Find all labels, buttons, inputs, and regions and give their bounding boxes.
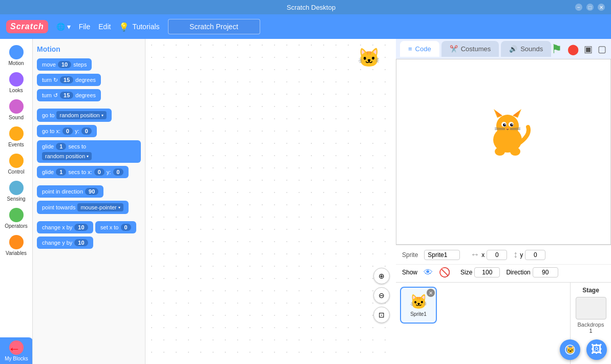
sprite-label: Sprite [402, 251, 418, 259]
tab-group: ≡ Code ✂️ Costumes 🔊 Sounds [400, 41, 551, 57]
file-menu[interactable]: File [79, 23, 91, 31]
events-label: Events [8, 142, 24, 147]
svg-point-8 [503, 123, 506, 126]
svg-text:🐱: 🐱 [566, 346, 575, 354]
stop-button[interactable]: ⬤ [567, 43, 579, 55]
sprite-thumb-icon: 🐱 [410, 293, 428, 310]
show-visible-button[interactable]: 👁 [424, 267, 433, 278]
sidebar-item-sensing[interactable]: Sensing [2, 179, 31, 204]
main-layout: Motion Looks Sound Events Control Sensin… [0, 39, 611, 364]
sprite-name-input[interactable] [424, 250, 460, 260]
zoom-in-button[interactable]: ⊕ [373, 268, 390, 284]
x-coord-field: ↔ x [470, 249, 507, 260]
sidebar-item-motion[interactable]: Motion [2, 43, 31, 68]
stage-panel-title: Stage [582, 287, 599, 294]
block-move-steps[interactable]: move 10 steps [37, 58, 92, 71]
tab-code[interactable]: ≡ Code [400, 41, 439, 57]
sidebar-item-looks[interactable]: Looks [2, 70, 31, 95]
tutorials-button[interactable]: 💡 Tutorials [119, 22, 159, 32]
size-label: Size [460, 269, 472, 276]
show-hidden-button[interactable]: 🚫 [439, 267, 450, 278]
stage-header-right: ⚑ ⬤ ▣ ▢ ⛶ [551, 42, 611, 56]
stage-large-button[interactable]: ▢ [598, 44, 606, 55]
block-turn-left[interactable]: turn ↺ 15 degrees [37, 89, 101, 101]
stage-small-button[interactable]: ▣ [584, 44, 593, 55]
block-change-y[interactable]: change y by 10 [37, 237, 93, 249]
block-change-x[interactable]: change x by 10 [37, 221, 93, 233]
sidebar-item-events[interactable]: Events [2, 124, 31, 149]
sprite-info-bar: Sprite ↔ x ↕ y [396, 245, 611, 264]
close-button[interactable]: ✕ [598, 4, 605, 11]
variables-label: Variables [6, 250, 27, 256]
size-field: Size [460, 267, 500, 277]
block-glide-xy[interactable]: glide 1 secs to x: 0 y: 0 [37, 166, 129, 178]
motion-label: Motion [8, 60, 24, 66]
code-tab-label: Code [415, 45, 431, 53]
sounds-tab-label: Sounds [520, 45, 543, 53]
fit-button[interactable]: ⊡ [373, 307, 390, 323]
titlebar-controls: − □ ✕ [575, 4, 605, 11]
stage-section: ≡ Code ✂️ Costumes 🔊 Sounds ⚑ ⬤ ▣ ▢ ⛶ [396, 39, 611, 364]
operators-dot [9, 208, 24, 222]
add-sprite-button[interactable]: 🐱 [560, 339, 580, 360]
events-dot [9, 126, 24, 141]
script-area[interactable]: 🐱 ⊕ ⊖ ⊡ [145, 39, 396, 364]
sound-dot [9, 99, 24, 114]
sounds-icon: 🔊 [509, 45, 517, 53]
tab-costumes[interactable]: ✂️ Costumes [441, 41, 499, 57]
stage-canvas [396, 59, 610, 244]
block-goto-xy[interactable]: go to x: 0 y: 0 [37, 125, 97, 137]
block-point-direction[interactable]: point in direction 90 [37, 185, 103, 198]
sprite-extra-info: Show 👁 🚫 Size Direction [396, 264, 611, 282]
titlebar-title: Scratch Desktop [47, 4, 575, 11]
edit-menu[interactable]: Edit [98, 23, 111, 31]
block-turn-right[interactable]: turn ↻ 15 degrees [37, 74, 101, 86]
blocks-category-title: Motion [37, 45, 141, 53]
stage-mini-preview[interactable] [576, 297, 606, 319]
x-label: x [481, 251, 484, 259]
sensing-dot [9, 181, 24, 195]
top-bar: ≡ Code ✂️ Costumes 🔊 Sounds ⚑ ⬤ ▣ ▢ ⛶ [396, 39, 611, 59]
direction-input[interactable] [533, 267, 558, 277]
sprites-list: ✕ 🐱 Sprite1 [396, 283, 570, 364]
sprite-delete-button[interactable]: ✕ [427, 289, 435, 297]
block-point-towards[interactable]: point towards mouse-pointer ▾ [37, 201, 129, 214]
zoom-out-button[interactable]: ⊖ [373, 287, 390, 304]
svg-point-10 [504, 124, 505, 125]
project-name-input[interactable] [168, 19, 260, 34]
tutorials-label: Tutorials [132, 23, 159, 31]
blocks-panel: Motion move 10 steps turn ↻ 15 degrees t… [33, 39, 145, 364]
block-set-x[interactable]: set x to 0 [95, 221, 136, 233]
y-coord-field: ↕ y [513, 249, 545, 260]
globe-menu[interactable]: 🌐 ▾ [56, 23, 71, 31]
red-arrow-indicator: ← [8, 341, 20, 356]
lightbulb-icon: 💡 [119, 22, 129, 32]
operators-label: Operators [5, 223, 27, 229]
x-input[interactable] [487, 250, 507, 260]
sidebar-item-sound[interactable]: Sound [2, 97, 31, 122]
scratch-logo: Scratch [6, 20, 48, 33]
svg-point-11 [512, 124, 513, 125]
sidebar-item-control[interactable]: Control [2, 152, 31, 177]
show-label: Show [402, 269, 417, 276]
looks-dot [9, 72, 24, 87]
sidebar-item-variables[interactable]: Variables [2, 233, 31, 258]
add-backdrop-button[interactable]: 🖼 [586, 339, 607, 360]
green-flag-button[interactable]: ⚑ [551, 42, 562, 56]
maximize-button[interactable]: □ [586, 4, 594, 11]
block-goto-dropdown[interactable]: go to random position ▾ [37, 109, 112, 122]
svg-point-17 [495, 147, 505, 156]
y-input[interactable] [525, 250, 545, 260]
block-glide-secs[interactable]: glide 1 secs to random position ▾ [37, 140, 141, 163]
sprite-thumb-sprite1[interactable]: ✕ 🐱 Sprite1 [400, 287, 437, 324]
motion-dot [9, 45, 24, 59]
tab-sounds[interactable]: 🔊 Sounds [501, 41, 551, 57]
costumes-tab-label: Costumes [461, 45, 491, 53]
size-input[interactable] [474, 267, 500, 277]
backdrop-label: Backdrops [578, 322, 604, 328]
svg-point-9 [510, 123, 513, 126]
sound-label: Sound [9, 115, 24, 120]
stage-container [396, 59, 611, 245]
minimize-button[interactable]: − [575, 4, 582, 11]
sidebar-item-operators[interactable]: Operators [2, 206, 31, 231]
